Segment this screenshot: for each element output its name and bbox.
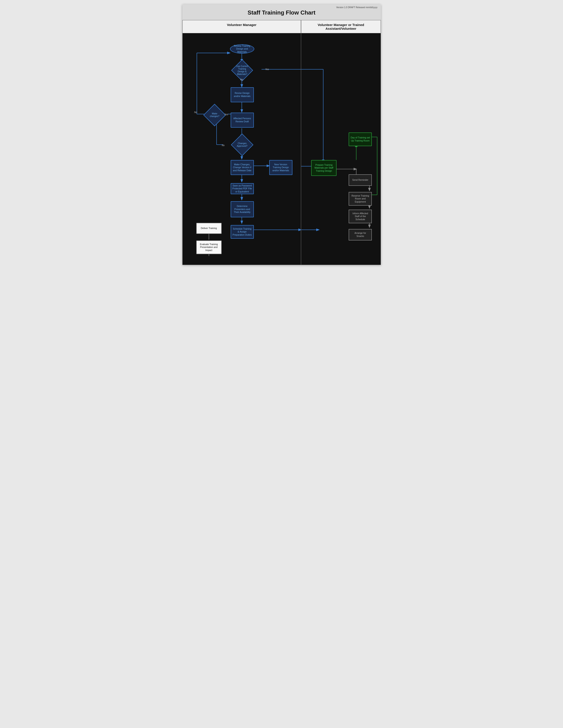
deliver-training-node: Deliver Training [196, 223, 221, 234]
prepare-materials-node: Prepare Training Materials per Staff Tra… [311, 160, 337, 176]
make-changes-version-node: Make Changes, Change Version # and Relea… [231, 160, 254, 175]
no-label-use-current: No [240, 78, 243, 81]
determine-presenters-node: Determine Presenters and Their Availabil… [231, 201, 254, 217]
page: Version 1.0 DRAFT Released mm/dd/yyyy St… [182, 4, 381, 265]
review-training-node: Review Training Design and Materials [230, 44, 254, 54]
no-label-changes-approved: No [222, 144, 225, 147]
arrange-snacks-node: Arrange for Snacks [349, 229, 372, 240]
evaluate-training-node: Evaluate Training Presentation and Impac… [196, 240, 221, 254]
right-lane-title: Volunteer Manager or Trained Assistant/V… [301, 20, 381, 33]
no-label-make-changes: No [194, 111, 197, 114]
day-of-training-node: Day of Training set Up Training Room [349, 132, 372, 146]
version-text: Version 1.0 DRAFT Released mm/dd/yyyy [336, 6, 377, 9]
inform-staff-node: Inform Affected Staff of the Schedule [349, 210, 372, 223]
make-changes-node: Make changes? [205, 107, 224, 123]
swimlane-header: Volunteer Manager Volunteer Manager or T… [182, 20, 381, 33]
left-lane-title: Volunteer Manager [182, 20, 302, 33]
affected-review-node: Affected Persons Review Draft [231, 113, 254, 128]
use-current-node: Use Current Training Design & Materials? [230, 62, 254, 78]
header: Version 1.0 DRAFT Released mm/dd/yyyy St… [182, 4, 381, 20]
schedule-training-node: Schedule Training & Assign Preparation D… [231, 225, 254, 239]
yes-label-make-changes: Yes [224, 113, 228, 116]
reserve-room-node: Reserve Training Room and Equipment [349, 192, 372, 206]
flowchart-area: Review Training Design and Materials Use… [182, 33, 381, 265]
send-reminder-node: Send Reminder [349, 174, 372, 186]
new-version-node: New Version Training Design and/or Mater… [269, 160, 293, 175]
save-pdf-node: Save as Password Protected PDF File or E… [231, 183, 254, 194]
right-lane: Prepare Training Materials per Staff Tra… [301, 33, 381, 265]
yes-label-use-current: Yes [265, 68, 269, 71]
changes-approved-node: Changes Approved? [231, 137, 254, 153]
left-lane: Review Training Design and Materials Use… [182, 33, 302, 265]
revise-design-node: Revise Design and/or Materials [231, 87, 254, 102]
